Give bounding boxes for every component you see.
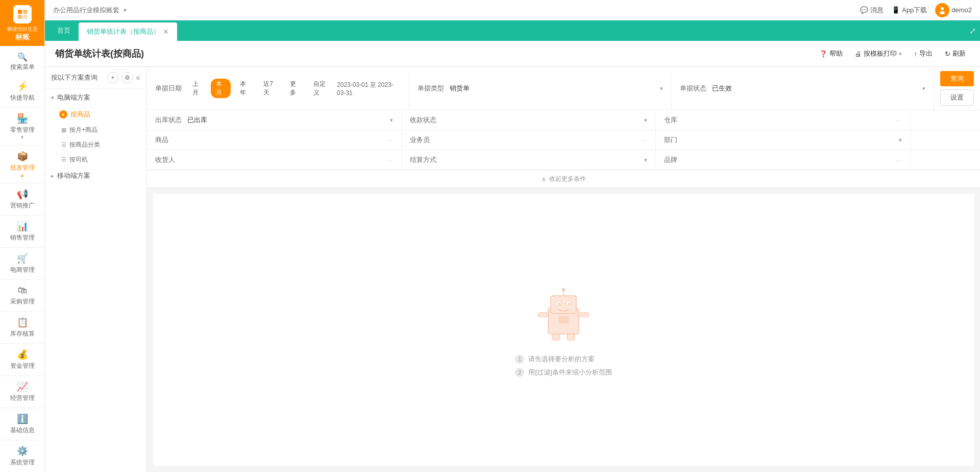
app-subtitle: 畅捷信好生意 <box>7 26 38 33</box>
data-panel: 单据日期 上月 本月 本年 近7天 更多 自定义 2023-03-01 至 20… <box>147 67 980 472</box>
tab-close-btn[interactable]: ✕ <box>163 28 169 36</box>
collapse-btn[interactable]: ∧ 收起更多条件 <box>147 170 980 187</box>
tab-home[interactable]: 首页 <box>49 20 79 41</box>
scheme-item-by-product[interactable]: ● 按商品 <box>45 106 146 123</box>
scheme-group-pc-header[interactable]: ▾ 电脑端方案 <box>45 89 146 106</box>
receiver-dots[interactable]: ··· <box>387 156 393 164</box>
date-tab-custom[interactable]: 自定义 <box>308 79 333 98</box>
refresh-btn[interactable]: ↻ 刷新 <box>941 47 970 60</box>
help-icon: ❓ <box>819 50 827 58</box>
settlement-chevron: ▾ <box>644 157 647 163</box>
sidebar: 畅捷信好生意 标账 🔍 搜索菜单 ⚡ 快捷导航 🏪 零售管理 ▾ 📦 批发管理 … <box>0 0 45 472</box>
brand-select[interactable]: ··· <box>696 156 902 164</box>
sidebar-item-quick-nav[interactable]: ⚡ 快捷导航 <box>0 76 44 108</box>
tabbar-expand-btn[interactable]: ⤢ <box>969 26 976 36</box>
query-btn[interactable]: 查询 <box>940 71 974 86</box>
receiver-select[interactable]: ··· <box>187 156 393 164</box>
sub-item-list-icon-1: ☰ <box>61 141 66 148</box>
date-tab-more[interactable]: 更多 <box>285 79 304 98</box>
sales-icon: 📊 <box>17 221 28 232</box>
settlement-select[interactable]: ▾ <box>442 157 648 163</box>
help-btn[interactable]: ❓ 帮助 <box>815 47 847 60</box>
tab-sales-stats[interactable]: 销货单统计表（按商品） ✕ <box>79 22 177 41</box>
stock-out-value: 已出库 <box>187 115 388 125</box>
goods-select[interactable]: ··· <box>187 136 393 144</box>
scheme-collapse-btn[interactable]: « <box>136 73 140 82</box>
date-range-display: 2023-03-01 至 2023-03-31 <box>337 81 401 97</box>
goods-dots[interactable]: ··· <box>387 136 393 144</box>
workspace-name[interactable]: 办公用品行业模拟账套 <box>53 6 119 15</box>
settings-btn[interactable]: 设置 <box>940 89 974 106</box>
user-area[interactable]: demo2 <box>935 3 972 17</box>
by-product-icon: ● <box>59 110 67 119</box>
receiver-label: 收货人 <box>155 155 183 164</box>
settlement-label: 结算方式 <box>410 155 438 164</box>
wholesale-arrow: ▴ <box>21 172 23 178</box>
sidebar-item-ecommerce[interactable]: 🛒 电商管理 <box>0 248 44 280</box>
scheme-sub-item-month-product[interactable]: ▦ 按月+商品 <box>45 123 146 137</box>
sales-label: 销售管理 <box>10 233 35 242</box>
brand-dots[interactable]: ··· <box>896 156 902 164</box>
bill-type-select[interactable]: 销货单 ▾ <box>450 84 663 93</box>
export-btn[interactable]: ↑ 导出 <box>910 47 937 60</box>
app-download-btn[interactable]: 📱 App下载 <box>892 6 927 15</box>
purchase-label: 采购管理 <box>10 297 35 306</box>
date-tab-last-month[interactable]: 上月 <box>187 79 207 98</box>
staff-select[interactable]: ··· <box>442 136 648 144</box>
payment-cell: 收款状态 ▾ <box>402 110 656 130</box>
sidebar-item-purchase[interactable]: 🛍 采购管理 <box>0 280 44 312</box>
inventory-label: 库存核算 <box>10 329 35 338</box>
finance-label: 资金管理 <box>10 362 35 370</box>
payment-select[interactable]: ▾ <box>442 117 648 124</box>
goods-cell: 商品 ··· <box>147 130 402 150</box>
warehouse-dots[interactable]: ··· <box>896 116 902 124</box>
staff-dots[interactable]: ··· <box>642 136 648 144</box>
by-product-label: 按商品 <box>70 110 90 119</box>
logo-icon <box>13 5 32 23</box>
bill-type-cell: 单据类型 销货单 ▾ <box>409 67 672 110</box>
sidebar-item-sales[interactable]: 📊 销售管理 <box>0 216 44 248</box>
warehouse-select[interactable]: ··· <box>696 116 902 124</box>
sidebar-item-marketing[interactable]: 📢 营销推广 <box>0 183 44 216</box>
tip-num-2: 2 <box>515 368 524 377</box>
sidebar-item-system[interactable]: ⚙️ 系统管理 <box>0 440 44 472</box>
bill-status-select[interactable]: 已生效 ▾ <box>712 84 925 93</box>
svg-rect-3 <box>23 15 27 19</box>
sidebar-item-finance[interactable]: 💰 资金管理 <box>0 344 44 376</box>
empty-tips: 1 请先选择要分析的方案 2 用[过滤]条件来缩小分析范围 <box>515 355 611 377</box>
sidebar-item-retail[interactable]: 🏪 零售管理 ▾ <box>0 108 44 146</box>
logo-area[interactable]: 畅捷信好生意 标账 <box>0 0 44 46</box>
finance-icon: 💰 <box>17 349 28 360</box>
sidebar-item-basic-info[interactable]: ℹ️ 基础信息 <box>0 408 44 440</box>
template-print-btn[interactable]: 🖨 按模板打印 ▾ <box>851 47 906 60</box>
topbar-left: 办公用品行业模拟账套 ▾ <box>53 6 127 15</box>
workspace-dropdown-icon[interactable]: ▾ <box>124 7 127 14</box>
bill-type-value: 销货单 <box>450 84 658 93</box>
stock-out-select[interactable]: 已出库 ▾ <box>187 115 393 125</box>
scheme-sub-item-driver[interactable]: ☰ 按司机 <box>45 152 146 167</box>
staff-label: 业务员 <box>410 135 438 145</box>
topbar: 办公用品行业模拟账套 ▾ 💬 消息 📱 App下载 demo2 <box>45 0 980 20</box>
search-menu-item[interactable]: 🔍 搜索菜单 <box>0 46 44 76</box>
avatar <box>935 3 949 17</box>
scheme-sub-item-category[interactable]: ☰ 按商品分类 <box>45 137 146 152</box>
tab-sales-stats-label: 销货单统计表（按商品） <box>87 27 160 36</box>
scheme-add-btn[interactable]: + <box>107 72 118 83</box>
row4-spacer <box>911 150 980 170</box>
row3-spacer <box>911 130 980 150</box>
date-tab-this-year[interactable]: 本年 <box>235 79 254 98</box>
scheme-settings-btn[interactable]: ⚙ <box>121 72 133 83</box>
scheme-group-mobile-header[interactable]: ▸ 移动端方案 <box>45 167 146 184</box>
date-tab-7days[interactable]: 近7天 <box>258 79 281 98</box>
bill-status-cell: 单据状态 已生效 ▾ <box>672 67 934 110</box>
dept-select[interactable]: ▾ <box>696 137 902 144</box>
collapse-chevron-icon: ∧ <box>542 176 546 183</box>
sidebar-item-wholesale[interactable]: 📦 批发管理 ▴ <box>0 146 44 183</box>
sidebar-item-operations[interactable]: 📈 经营管理 <box>0 376 44 408</box>
message-btn[interactable]: 💬 消息 <box>860 6 884 15</box>
brand-label: 品牌 <box>664 155 692 164</box>
brand-cell: 品牌 ··· <box>656 150 911 170</box>
svg-point-5 <box>940 11 945 14</box>
sidebar-item-inventory[interactable]: 📋 库存核算 <box>0 312 44 344</box>
date-tab-this-month[interactable]: 本月 <box>211 79 230 98</box>
